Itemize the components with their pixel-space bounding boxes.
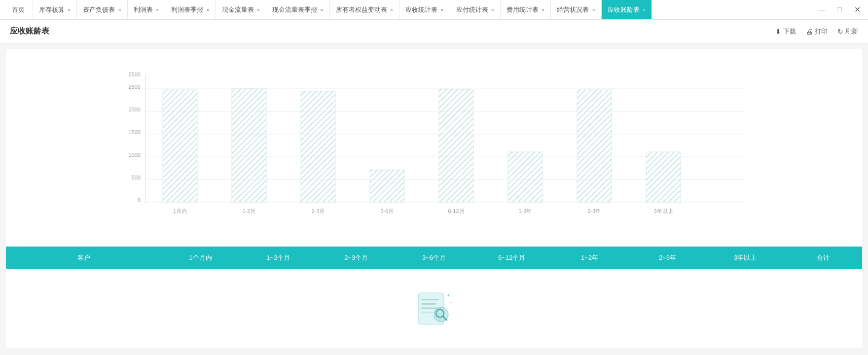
tab-close-icon[interactable]: × [68, 7, 71, 13]
page-header: 应收账龄表 ⬇ 下载 🖨 打印 ↻ 刷新 [0, 20, 868, 43]
tab-equity[interactable]: 所有者权益变动表 × [330, 0, 399, 19]
tab-close-icon[interactable]: × [206, 7, 209, 13]
svg-text:✦: ✦ [450, 301, 452, 304]
tab-operations[interactable]: 经营状况表 × [551, 0, 601, 19]
svg-rect-23 [439, 89, 473, 202]
th-6-12m: 6~12个月 [473, 247, 551, 269]
tab-close-icon[interactable]: × [440, 7, 443, 13]
svg-text:1500: 1500 [129, 129, 141, 135]
page-title: 应收账龄表 [10, 26, 49, 36]
svg-text:2500: 2500 [129, 71, 141, 77]
tab-ar-stat[interactable]: 应收统计表 × [399, 0, 450, 19]
tab-label: 现金流量表季报 [272, 5, 317, 14]
tab-label: 现金流量表 [222, 5, 254, 14]
svg-text:1-2月: 1-2月 [243, 208, 256, 214]
svg-text:2000: 2000 [129, 106, 141, 112]
refresh-button[interactable]: ↻ 刷新 [837, 27, 858, 36]
svg-text:1月内: 1月内 [173, 208, 187, 214]
empty-icon: ✦ ✦ ✦ [409, 289, 459, 328]
th-3-6m: 3~6个月 [395, 247, 473, 269]
tab-profit-quarter[interactable]: 利润表季报 × [165, 0, 216, 19]
svg-text:0: 0 [138, 197, 141, 203]
main-content: 0 500 1000 1500 2000 2500 2500 [6, 49, 862, 348]
tab-close-icon[interactable]: × [643, 7, 646, 13]
tab-home[interactable]: 首页 [4, 0, 33, 19]
tab-label: 应收账龄表 [608, 5, 640, 14]
tab-bar: 首页 库存核算 × 资产负债表 × 利润表 × 利润表季报 × 现金流量表 × … [0, 0, 868, 20]
svg-text:1-2年: 1-2年 [519, 208, 532, 214]
svg-rect-17 [232, 89, 266, 202]
tab-label: 资产负债表 [83, 5, 115, 14]
tab-close-icon[interactable]: × [592, 7, 595, 13]
tab-cashflow[interactable]: 现金流量表 × [216, 0, 266, 19]
close-button[interactable]: ✕ [850, 3, 864, 17]
download-icon: ⬇ [775, 28, 781, 36]
svg-rect-33 [421, 303, 436, 305]
tab-balance-sheet[interactable]: 资产负债表 × [77, 0, 127, 19]
svg-text:2-3月: 2-3月 [312, 208, 325, 214]
tab-label: 经营状况表 [557, 5, 589, 14]
tab-label: 应付统计表 [456, 5, 488, 14]
empty-state: ✦ ✦ ✦ [6, 269, 862, 348]
print-icon: 🖨 [806, 28, 813, 36]
tab-close-icon[interactable]: × [118, 7, 121, 13]
svg-rect-25 [508, 152, 542, 202]
tab-label: 费用统计表 [506, 5, 539, 14]
tab-expense-stat[interactable]: 费用统计表 × [501, 0, 551, 19]
svg-text:3年以上: 3年以上 [653, 208, 673, 214]
svg-rect-32 [421, 299, 439, 300]
svg-rect-19 [301, 91, 335, 202]
svg-text:2-3年: 2-3年 [588, 208, 601, 214]
th-1m: 1个月内 [162, 247, 240, 269]
svg-text:3-6月: 3-6月 [381, 208, 394, 214]
th-2-3m: 2~3个月 [317, 247, 395, 269]
th-total: 合计 [784, 247, 862, 269]
svg-rect-21 [370, 170, 404, 202]
page-actions: ⬇ 下载 🖨 打印 ↻ 刷新 [775, 27, 858, 36]
svg-text:✦: ✦ [445, 291, 447, 293]
tab-label: 利润表季报 [171, 5, 203, 14]
print-button[interactable]: 🖨 打印 [806, 27, 828, 36]
tab-label: 应收统计表 [405, 5, 437, 14]
tab-close-icon[interactable]: × [320, 7, 323, 13]
tab-close-icon[interactable]: × [542, 7, 544, 13]
window-actions: — □ ✕ [815, 3, 864, 17]
tab-ap-stat[interactable]: 应付统计表 × [450, 0, 501, 19]
tab-label: 所有者权益变动表 [336, 5, 387, 14]
th-customer: 客户 [6, 247, 162, 269]
download-label: 下载 [783, 27, 796, 36]
tab-close-icon[interactable]: × [257, 7, 260, 13]
th-2-3y: 2~3年 [629, 247, 707, 269]
svg-text:✦: ✦ [447, 293, 450, 298]
tab-profit[interactable]: 利润表 × [128, 0, 165, 19]
tab-inventory[interactable]: 库存核算 × [33, 0, 77, 19]
tab-cashflow-quarter[interactable]: 现金流量表季报 × [266, 0, 329, 19]
svg-rect-15 [163, 90, 197, 202]
svg-text:1000: 1000 [129, 152, 141, 158]
download-button[interactable]: ⬇ 下载 [775, 27, 796, 36]
table-header: 客户 1个月内 1~2个月 2~3个月 3~6个月 6~12个月 1~2年 2~… [6, 247, 862, 269]
refresh-label: 刷新 [845, 27, 858, 36]
th-1-2y: 1~2年 [551, 247, 629, 269]
svg-rect-29 [646, 152, 681, 202]
svg-rect-34 [421, 308, 438, 309]
th-1-2m: 1~2个月 [239, 247, 317, 269]
svg-rect-27 [577, 90, 612, 202]
tab-label: 利润表 [134, 5, 153, 14]
tab-close-icon[interactable]: × [491, 7, 494, 13]
svg-text:6-12月: 6-12月 [448, 208, 464, 214]
bar-chart: 0 500 1000 1500 2000 2500 2500 [16, 59, 852, 237]
svg-text:500: 500 [132, 175, 141, 180]
svg-text:2500: 2500 [129, 84, 141, 90]
tab-close-icon[interactable]: × [390, 7, 393, 13]
tab-close-icon[interactable]: × [156, 7, 159, 13]
maximize-button[interactable]: □ [832, 3, 846, 17]
minimize-button[interactable]: — [815, 3, 829, 17]
tab-ar-aging[interactable]: 应收账龄表 × [602, 0, 652, 19]
print-label: 打印 [815, 27, 828, 36]
chart-area: 0 500 1000 1500 2000 2500 2500 [6, 49, 862, 247]
tab-label: 库存核算 [39, 5, 65, 14]
refresh-icon: ↻ [837, 28, 843, 36]
svg-rect-35 [421, 312, 433, 313]
th-3y-plus: 3年以上 [706, 247, 784, 269]
